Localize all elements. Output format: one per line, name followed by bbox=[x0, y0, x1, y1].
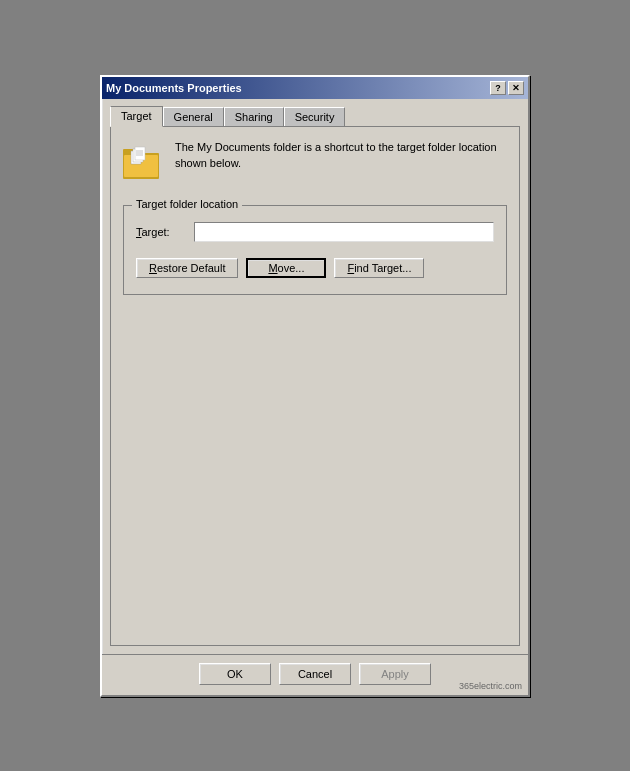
target-label: Target: bbox=[136, 226, 186, 238]
window-title: My Documents Properties bbox=[106, 82, 490, 94]
cancel-button[interactable]: Cancel bbox=[279, 663, 351, 685]
folder-icon bbox=[123, 143, 163, 181]
target-underline: Target: bbox=[136, 226, 170, 238]
tab-target[interactable]: Target bbox=[110, 106, 163, 127]
find-target-label: Find Target... bbox=[347, 262, 411, 274]
move-label: Move... bbox=[268, 262, 304, 274]
ok-button[interactable]: OK bbox=[199, 663, 271, 685]
find-target-button[interactable]: Find Target... bbox=[334, 258, 424, 278]
watermark: 365electric.com bbox=[459, 681, 522, 691]
tab-bar: Target General Sharing Security bbox=[110, 105, 520, 126]
tab-panel: The My Documents folder is a shortcut to… bbox=[110, 126, 520, 646]
tab-sharing-label: Sharing bbox=[235, 111, 273, 123]
info-text: The My Documents folder is a shortcut to… bbox=[175, 139, 507, 172]
target-input[interactable] bbox=[194, 222, 494, 242]
restore-default-label: Restore Default bbox=[149, 262, 225, 274]
dialog-window: My Documents Properties ? ✕ Target Gener… bbox=[100, 75, 530, 697]
buttons-row: Restore Default Move... Find Target... bbox=[136, 258, 494, 278]
move-button[interactable]: Move... bbox=[246, 258, 326, 278]
restore-default-button[interactable]: Restore Default bbox=[136, 258, 238, 278]
close-button[interactable]: ✕ bbox=[508, 81, 524, 95]
title-bar: My Documents Properties ? ✕ bbox=[102, 77, 528, 99]
help-button[interactable]: ? bbox=[490, 81, 506, 95]
target-row: Target: bbox=[136, 222, 494, 242]
info-section: The My Documents folder is a shortcut to… bbox=[123, 139, 507, 181]
title-bar-buttons: ? ✕ bbox=[490, 81, 524, 95]
tab-security[interactable]: Security bbox=[284, 107, 346, 128]
tab-general[interactable]: General bbox=[163, 107, 224, 128]
tab-target-label: Target bbox=[121, 110, 152, 122]
tab-security-label: Security bbox=[295, 111, 335, 123]
apply-button[interactable]: Apply bbox=[359, 663, 431, 685]
tab-sharing[interactable]: Sharing bbox=[224, 107, 284, 128]
tab-general-label: General bbox=[174, 111, 213, 123]
svg-rect-5 bbox=[135, 147, 145, 160]
group-box-label: Target folder location bbox=[132, 198, 242, 210]
group-box: Target folder location Target: Restore D… bbox=[123, 205, 507, 295]
dialog-content: Target General Sharing Security bbox=[102, 99, 528, 654]
